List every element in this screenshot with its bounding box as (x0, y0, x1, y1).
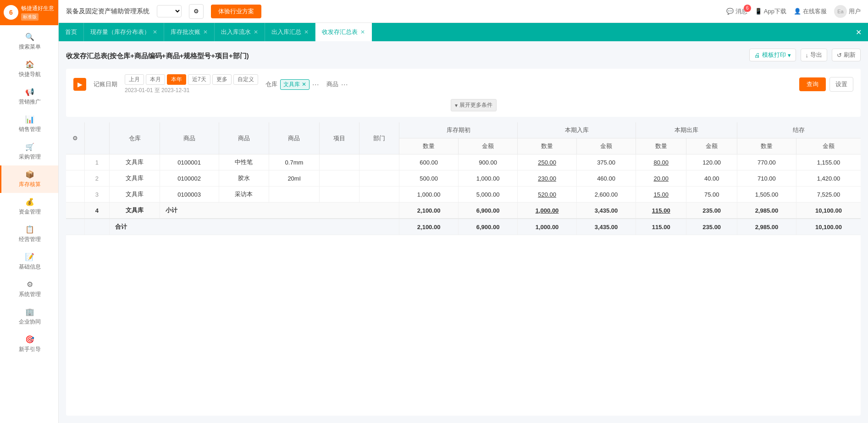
sub-out-qty[interactable]: 115.00 (636, 203, 686, 219)
finance-icon: 💰 (25, 198, 34, 206)
filter-toggle-button[interactable]: ▶ (73, 78, 86, 91)
goods-more-btn[interactable]: ··· (341, 80, 348, 89)
row-in-qty[interactable]: 230.00 (518, 170, 577, 187)
total-close-qty: 2,985.00 (737, 219, 796, 235)
sub-index: 4 (84, 203, 110, 219)
sub-close-qty: 2,985.00 (737, 203, 796, 219)
online-service-btn[interactable]: 👤 在线客服 (794, 7, 827, 16)
sidebar-item-guide[interactable]: 🎯新手引导 (0, 330, 58, 358)
total-in-amt: 3,435.00 (577, 219, 636, 235)
message-icon: 💬 (726, 8, 734, 15)
tab-bar-close-btn[interactable]: ✕ (849, 28, 868, 37)
sub-warehouse: 文具库 (110, 203, 160, 219)
row-out-amt: 40.00 (686, 170, 737, 187)
date-btn-本年[interactable]: 本年 (167, 74, 186, 85)
guide-icon: 🎯 (25, 335, 34, 344)
header-settings-button[interactable]: ⚙ (189, 4, 204, 19)
trial-button[interactable]: 体验行业方案 (211, 5, 261, 18)
tab-inventory-dist[interactable]: 现存量（库存分布表） ✕ (84, 23, 164, 41)
sidebar-item-marketing[interactable]: 📢营销推广 (0, 83, 58, 110)
messages-btn[interactable]: 💬 消息 6 (726, 7, 747, 16)
sidebar-item-sales[interactable]: 📊销售管理 (0, 110, 58, 138)
sub-open-qty: 2,100.00 (399, 203, 459, 219)
row-out-qty[interactable]: 20.00 (636, 170, 686, 187)
tab-close-inventory-dist[interactable]: ✕ (153, 29, 157, 35)
row-dept (359, 187, 399, 203)
tab-label-home: 首页 (65, 28, 77, 36)
sidebar-item-enterprise[interactable]: 🏢企业协同 (0, 303, 58, 330)
th-opening: 库存期初 (399, 122, 518, 138)
sidebar-item-base-info[interactable]: 📝基础信息 (0, 248, 58, 275)
phone-icon: 📱 (755, 8, 762, 15)
quick-nav-icon: 🏠 (25, 60, 34, 69)
tab-batch[interactable]: 库存批次账 ✕ (164, 23, 215, 41)
row-out-qty[interactable]: 80.00 (636, 154, 686, 170)
row-project (320, 170, 359, 187)
row-out-qty[interactable]: 15.00 (636, 187, 686, 203)
app-download-btn[interactable]: 📱 App下载 (755, 7, 786, 16)
th-close-amt: 金额 (796, 138, 861, 154)
print-button[interactable]: 🖨 模板打印 ▾ (749, 49, 796, 61)
tab-close-summary[interactable]: ✕ (304, 29, 309, 35)
sub-close-amt: 10,100.00 (796, 203, 861, 219)
header-right: 💬 消息 6 📱 App下载 👤 在线客服 Ea 用户 (726, 5, 861, 18)
sidebar-item-business[interactable]: 📋经营管理 (0, 220, 58, 248)
row-open-qty: 500.00 (399, 170, 459, 187)
warehouse-more-btn[interactable]: ··· (312, 80, 319, 89)
row-in-amt: 460.00 (577, 170, 636, 187)
total-label: 合计 (110, 219, 399, 235)
logo-tag: 标准版 (21, 13, 39, 21)
warehouse-tag-close[interactable]: ✕ (302, 81, 306, 88)
export-button[interactable]: ↓ 导出 (801, 49, 828, 61)
sub-in-qty[interactable]: 1,000.00 (518, 203, 577, 219)
expand-conditions-button[interactable]: ▾ 展开更多条件 (451, 99, 497, 111)
tab-label-batch: 库存批次账 (171, 28, 200, 36)
query-button[interactable]: 查询 (799, 77, 826, 91)
date-btn-近7天[interactable]: 近7天 (188, 74, 210, 85)
date-btn-更多[interactable]: 更多 (212, 74, 232, 85)
logo-text-block: 畅捷通好生意 标准版 (21, 5, 54, 21)
goods-label: 商品 (326, 80, 338, 88)
filter-settings-button[interactable]: 设置 (829, 77, 853, 92)
sidebar-item-purchase[interactable]: 🛒采购管理 (0, 138, 58, 165)
row-settings (66, 154, 84, 170)
sidebar-nav: 🔍搜索菜单🏠快捷导航📢营销推广📊销售管理🛒采购管理📦库存核算💰资金管理📋经营管理… (0, 25, 58, 423)
user-btn[interactable]: Ea 用户 (834, 5, 861, 18)
th-in-amt: 金额 (577, 138, 636, 154)
tab-flow[interactable]: 出入库流水 ✕ (215, 23, 265, 41)
tab-close-batch[interactable]: ✕ (203, 29, 208, 35)
sidebar-item-finance[interactable]: 💰资金管理 (0, 193, 58, 220)
row-close-amt: 1,420.00 (796, 170, 861, 187)
tab-label-inventory-dist: 现存量（库存分布表） (90, 28, 150, 36)
row-in-qty[interactable]: 250.00 (518, 154, 577, 170)
tab-close-receipt-summary[interactable]: ✕ (360, 29, 365, 35)
th-out-amt: 金额 (686, 138, 737, 154)
date-btn-本月[interactable]: 本月 (146, 74, 165, 85)
tab-close-flow[interactable]: ✕ (254, 29, 258, 35)
row-index: 3 (84, 187, 110, 203)
row-warehouse: 文具库 (110, 154, 160, 170)
sidebar-item-search[interactable]: 🔍搜索菜单 (0, 28, 58, 55)
system-selector[interactable] (157, 5, 182, 17)
row-in-qty[interactable]: 520.00 (518, 187, 577, 203)
refresh-button[interactable]: ↺ 刷新 (832, 49, 861, 61)
th-out-qty: 数量 (636, 138, 686, 154)
row-dept (359, 154, 399, 170)
row-close-amt: 1,155.00 (796, 154, 861, 170)
row-project (320, 187, 359, 203)
total-open-amt: 6,900.00 (459, 219, 518, 235)
row-goods-spec (269, 187, 319, 203)
warehouse-label: 仓库 (265, 80, 277, 88)
row-out-amt: 75.00 (686, 187, 737, 203)
tab-home[interactable]: 首页 (59, 23, 84, 41)
tab-summary[interactable]: 出入库汇总 ✕ (265, 23, 315, 41)
tab-receipt-summary[interactable]: 收发存汇总表 ✕ (315, 23, 372, 41)
sidebar-item-system[interactable]: ⚙系统管理 (0, 275, 58, 303)
table-row: 3 文具库 0100003 采访本 1,000.00 5,000.00 520.… (66, 187, 861, 203)
date-btn-上月[interactable]: 上月 (125, 74, 144, 85)
date-btn-自定义[interactable]: 自定义 (233, 74, 258, 85)
sub-open-amt: 6,900.00 (459, 203, 518, 219)
sidebar-item-quick-nav[interactable]: 🏠快捷导航 (0, 55, 58, 83)
sidebar-item-inventory[interactable]: 📦库存核算 (0, 165, 58, 193)
row-out-amt: 120.00 (686, 154, 737, 170)
